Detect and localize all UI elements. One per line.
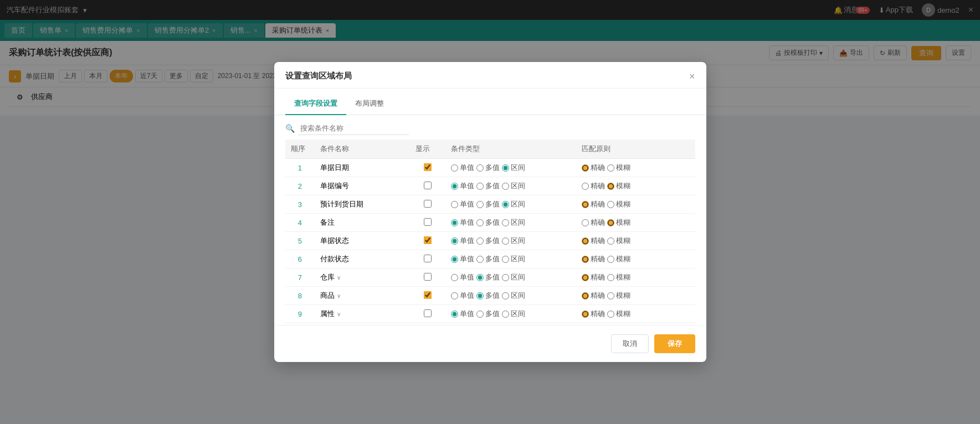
dialog-close-button[interactable]: × (689, 71, 695, 81)
dialog-header: 设置查询区域布局 × (274, 62, 706, 89)
modal-overlay: 设置查询区域布局 × 查询字段设置 布局调整 🔍 顺序 条件名称 (0, 0, 980, 116)
dialog-search-area: 🔍 (274, 115, 706, 116)
tab-layout-adjust[interactable]: 布局调整 (346, 95, 393, 115)
tab-query-fields[interactable]: 查询字段设置 (285, 95, 346, 115)
settings-dialog: 设置查询区域布局 × 查询字段设置 布局调整 🔍 顺序 条件名称 (274, 62, 706, 116)
dialog-title: 设置查询区域布局 (285, 71, 352, 81)
dialog-tab-bar: 查询字段设置 布局调整 (274, 89, 706, 115)
